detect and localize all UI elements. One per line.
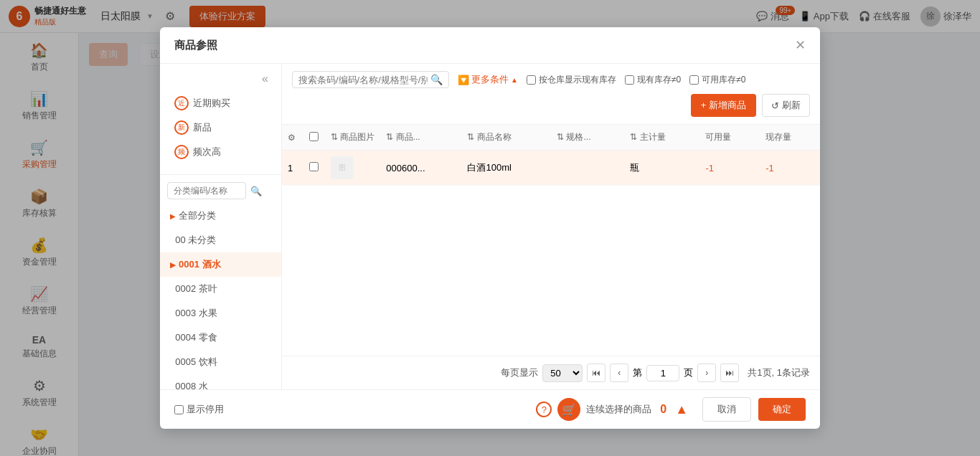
collapse-panel-button[interactable]: «	[262, 72, 268, 85]
th-unit: ⇅ 主计量	[624, 125, 699, 151]
goods-search-icon[interactable]: 🔍	[430, 74, 443, 85]
table-header-row: ⚙ ⇅ 商品图片 ⇅ 商品...	[282, 125, 820, 151]
goods-table: ⚙ ⇅ 商品图片 ⇅ 商品...	[282, 125, 820, 186]
cat-item-0008[interactable]: 0008 水	[160, 374, 281, 389]
cat-item-0002[interactable]: 0002 茶叶	[160, 277, 281, 301]
prev-page-button[interactable]: ‹	[610, 364, 628, 382]
quick-access-section: « 近 近期购买 新 新品 频 频次高	[160, 71, 281, 171]
cb-nonzero-available[interactable]: 可用库存≠0	[689, 74, 745, 86]
cat-item-0003[interactable]: 0003 水果	[160, 301, 281, 326]
chevron-up-icon: ▲	[511, 76, 518, 84]
modal-overlay: 商品参照 ✕ « 近 近期购买 新 新品	[0, 0, 980, 456]
last-page-button[interactable]: ⏭	[720, 364, 739, 382]
th-available: 可用量	[699, 125, 760, 151]
modal-close-button[interactable]: ✕	[795, 37, 806, 53]
cart-icon: 🛒	[557, 398, 580, 421]
quick-item-frequent[interactable]: 频 频次高	[167, 140, 274, 164]
cb-warehouse-stock-input[interactable]	[527, 75, 536, 85]
collapse-cart-button[interactable]: ▲	[675, 402, 688, 417]
sort-spec-icon[interactable]: ⇅	[557, 132, 564, 142]
th-code: ⇅ 商品...	[380, 125, 461, 151]
page-number-input[interactable]	[646, 365, 679, 381]
frequent-icon: 频	[174, 145, 189, 159]
goods-search-wrap: 🔍	[292, 71, 449, 88]
row-checkbox-cell[interactable]	[303, 151, 325, 186]
expand-all-icon: ▶	[170, 212, 176, 220]
row-available: -1	[699, 151, 760, 186]
th-checkbox	[303, 125, 325, 151]
sort-unit-icon[interactable]: ⇅	[630, 132, 637, 142]
modal-right-panel: 🔍 🔽 更多条件 ▲ 按仓库显示现有库存	[282, 64, 820, 389]
per-page-select[interactable]: 50 20 100	[542, 364, 583, 382]
goods-image: 图	[331, 156, 354, 179]
cb-warehouse-stock[interactable]: 按仓库显示现有库存	[527, 74, 616, 86]
refresh-button[interactable]: ↺ 刷新	[762, 94, 810, 117]
next-page-button[interactable]: ›	[697, 364, 716, 382]
select-all-checkbox[interactable]	[309, 132, 319, 141]
filter-checkboxes: 按仓库显示现有库存 现有库存≠0 可用库存≠0	[527, 74, 746, 86]
th-settings[interactable]: ⚙	[282, 125, 303, 151]
goods-table-wrap: ⚙ ⇅ 商品图片 ⇅ 商品...	[282, 125, 820, 356]
row-code: 000600...	[380, 151, 461, 186]
cart-label: 连续选择的商品	[586, 403, 651, 416]
row-unit: 瓶	[624, 151, 699, 186]
more-filter-button[interactable]: 🔽 更多条件 ▲	[458, 73, 518, 86]
toolbar-right-actions: + 新增商品 ↺ 刷新	[691, 94, 810, 117]
modal-title: 商品参照	[174, 39, 217, 52]
filter-icon: 🔽	[458, 75, 469, 85]
row-name: 白酒100ml	[461, 151, 551, 186]
th-image: ⇅ 商品图片	[325, 125, 380, 151]
cat-item-0004[interactable]: 0004 零食	[160, 326, 281, 350]
cancel-button[interactable]: 取消	[702, 397, 751, 422]
th-stock: 现存量	[760, 125, 820, 151]
row-stock: -1	[760, 151, 820, 186]
show-disabled-checkbox-label[interactable]: 显示停用	[174, 403, 224, 416]
per-page-label: 每页显示	[501, 366, 538, 379]
new-icon: 新	[174, 120, 189, 135]
category-list: ▶ 全部分类 00 未分类 ▶ 0001 酒水 0002 茶叶 00	[160, 204, 281, 389]
category-search-icon[interactable]: 🔍	[250, 186, 262, 196]
goods-reference-modal: 商品参照 ✕ « 近 近期购买 新 新品	[160, 27, 820, 429]
footer-cart-area: ? 🛒 连续选择的商品 0 ▲	[536, 398, 688, 421]
row-image-cell: 图	[325, 151, 380, 186]
modal-toolbar: 🔍 🔽 更多条件 ▲ 按仓库显示现有库存	[282, 64, 820, 125]
row-checkbox[interactable]	[309, 162, 319, 171]
sort-image-icon: ⇅	[331, 132, 338, 142]
sort-name-icon[interactable]: ⇅	[467, 132, 474, 142]
modal-body: « 近 近期购买 新 新品 频 频次高	[160, 64, 820, 389]
pagination-bar: 每页显示 50 20 100 ⏮ ‹ 第 页 › ⏭ 共1页, 1条记录	[282, 356, 820, 389]
row-num: 1	[282, 151, 303, 186]
modal-footer: 显示停用 ? 🛒 连续选择的商品 0 ▲ 取消 确定	[160, 389, 820, 429]
cat-item-0005[interactable]: 0005 饮料	[160, 350, 281, 374]
cb-nonzero-stock[interactable]: 现有库存≠0	[625, 74, 681, 86]
cb-nonzero-available-input[interactable]	[689, 75, 699, 85]
add-goods-button[interactable]: + 新增商品	[691, 94, 756, 117]
modal-header: 商品参照 ✕	[160, 27, 820, 64]
category-search-input[interactable]	[167, 182, 246, 199]
modal-left-panel: « 近 近期购买 新 新品 频 频次高	[160, 64, 282, 389]
table-row[interactable]: 1 图 000600... 白酒100ml 瓶 -1 -1	[282, 151, 820, 186]
cat-item-all[interactable]: ▶ 全部分类	[160, 204, 281, 228]
quick-item-recent[interactable]: 近 近期购买	[167, 91, 274, 115]
cat-item-00[interactable]: 00 未分类	[160, 228, 281, 252]
recent-icon: 近	[174, 96, 189, 110]
page-label: 第	[633, 366, 642, 379]
cb-nonzero-stock-input[interactable]	[625, 75, 634, 85]
cat-item-0001[interactable]: ▶ 0001 酒水	[160, 252, 281, 277]
refresh-icon: ↺	[771, 100, 779, 111]
goods-search-input[interactable]	[298, 75, 428, 85]
row-spec	[551, 151, 624, 186]
confirm-button[interactable]: 确定	[758, 398, 806, 421]
cart-count: 0	[660, 403, 666, 416]
th-spec: ⇅ 规格...	[551, 125, 624, 151]
show-disabled-checkbox[interactable]	[174, 405, 184, 414]
quick-item-new[interactable]: 新 新品	[167, 115, 274, 140]
first-page-button[interactable]: ⏮	[587, 364, 606, 382]
total-info: 共1页, 1条记录	[748, 366, 810, 379]
sort-code-icon[interactable]: ⇅	[386, 132, 393, 142]
expand-0001-icon: ▶	[170, 261, 176, 269]
help-icon[interactable]: ?	[536, 402, 552, 417]
category-search-row: 🔍	[160, 178, 281, 204]
page-suffix: 页	[684, 366, 693, 379]
th-name: ⇅ 商品名称	[461, 125, 551, 151]
